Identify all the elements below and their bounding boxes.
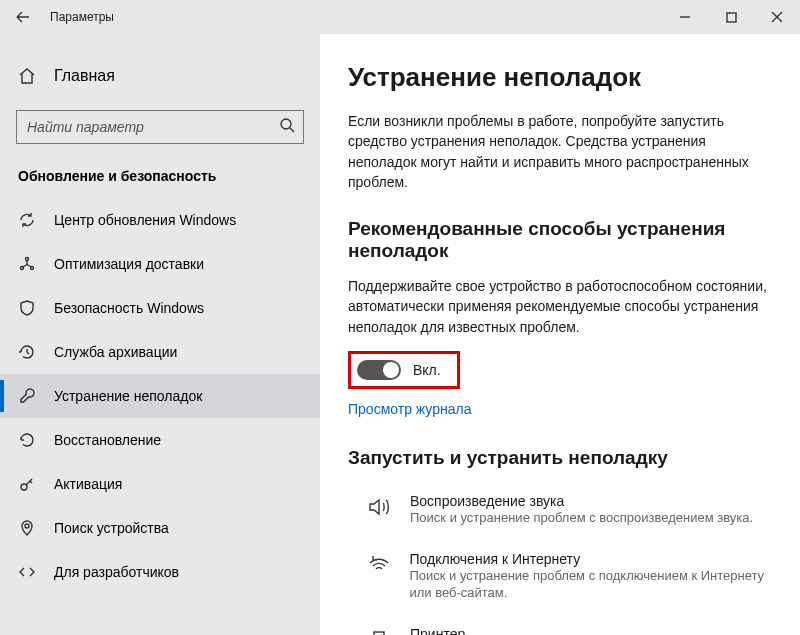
key-icon — [18, 475, 36, 493]
sidebar-item-label: Активация — [54, 476, 122, 492]
page-description: Если возникли проблемы в работе, попробу… — [348, 111, 772, 192]
sidebar-item-recovery[interactable]: Восстановление — [0, 418, 320, 462]
titlebar: Параметры — [0, 0, 800, 34]
search-box[interactable] — [16, 110, 304, 144]
svg-point-1 — [281, 119, 291, 129]
recommended-description: Поддерживайте свое устройство в работосп… — [348, 276, 772, 337]
search-input[interactable] — [27, 119, 279, 135]
sidebar-item-label: Служба архивации — [54, 344, 177, 360]
sidebar-item-label: Безопасность Windows — [54, 300, 204, 316]
sidebar-item-label: Для разработчиков — [54, 564, 179, 580]
sidebar-item-label: Центр обновления Windows — [54, 212, 236, 228]
run-heading: Запустить и устранить неполадку — [348, 447, 772, 469]
search-icon — [279, 117, 295, 137]
troubleshooter-printer[interactable]: Принтер — [348, 616, 772, 635]
sidebar-item-activation[interactable]: Активация — [0, 462, 320, 506]
troubleshooter-title: Воспроизведение звука — [410, 493, 753, 509]
svg-point-6 — [25, 524, 29, 528]
home-label: Главная — [54, 67, 115, 85]
troubleshooter-audio[interactable]: Воспроизведение звука Поиск и устранение… — [348, 483, 772, 541]
content: Устранение неполадок Если возникли пробл… — [320, 34, 800, 635]
home-nav[interactable]: Главная — [0, 56, 320, 96]
maximize-button[interactable] — [708, 0, 754, 34]
sidebar-item-label: Устранение неполадок — [54, 388, 202, 404]
sidebar-item-find-device[interactable]: Поиск устройства — [0, 506, 320, 550]
printer-icon — [366, 626, 392, 635]
svg-point-2 — [26, 258, 29, 261]
troubleshooter-title: Подключения к Интернету — [409, 551, 772, 567]
sidebar-item-label: Восстановление — [54, 432, 161, 448]
view-history-link[interactable]: Просмотр журнала — [348, 401, 772, 417]
sidebar-item-label: Оптимизация доставки — [54, 256, 204, 272]
wifi-icon — [366, 551, 391, 602]
troubleshooter-subtitle: Поиск и устранение проблем с воспроизвед… — [410, 509, 753, 527]
sidebar-item-developers[interactable]: Для разработчиков — [0, 550, 320, 594]
sidebar-item-windows-security[interactable]: Безопасность Windows — [0, 286, 320, 330]
troubleshooter-internet[interactable]: Подключения к Интернету Поиск и устранен… — [348, 541, 772, 616]
recovery-icon — [18, 431, 36, 449]
page-title: Устранение неполадок — [348, 62, 772, 93]
sidebar: Главная Обновление и безопасность Центр … — [0, 34, 320, 635]
code-icon — [18, 563, 36, 581]
sidebar-item-label: Поиск устройства — [54, 520, 169, 536]
minimize-button[interactable] — [662, 0, 708, 34]
sync-icon — [18, 211, 36, 229]
troubleshooter-title: Принтер — [410, 626, 465, 635]
troubleshooter-subtitle: Поиск и устранение проблем с подключение… — [409, 567, 772, 602]
back-button[interactable] — [0, 0, 46, 34]
home-icon — [18, 67, 36, 85]
sidebar-item-backup[interactable]: Служба архивации — [0, 330, 320, 374]
toggle-label: Вкл. — [413, 362, 441, 378]
shield-icon — [18, 299, 36, 317]
window-title: Параметры — [46, 10, 662, 24]
location-icon — [18, 519, 36, 537]
sidebar-item-troubleshoot[interactable]: Устранение неполадок — [0, 374, 320, 418]
history-icon — [18, 343, 36, 361]
svg-rect-0 — [727, 13, 736, 22]
recommended-toggle[interactable] — [357, 360, 401, 380]
section-title: Обновление и безопасность — [0, 144, 320, 198]
toggle-highlight: Вкл. — [348, 351, 460, 389]
sidebar-item-windows-update[interactable]: Центр обновления Windows — [0, 198, 320, 242]
toggle-knob — [383, 362, 399, 378]
network-icon — [18, 255, 36, 273]
close-button[interactable] — [754, 0, 800, 34]
recommended-heading: Рекомендованные способы устранения непол… — [348, 218, 772, 262]
wrench-icon — [18, 387, 36, 405]
sidebar-item-delivery-optimization[interactable]: Оптимизация доставки — [0, 242, 320, 286]
speaker-icon — [366, 493, 392, 527]
